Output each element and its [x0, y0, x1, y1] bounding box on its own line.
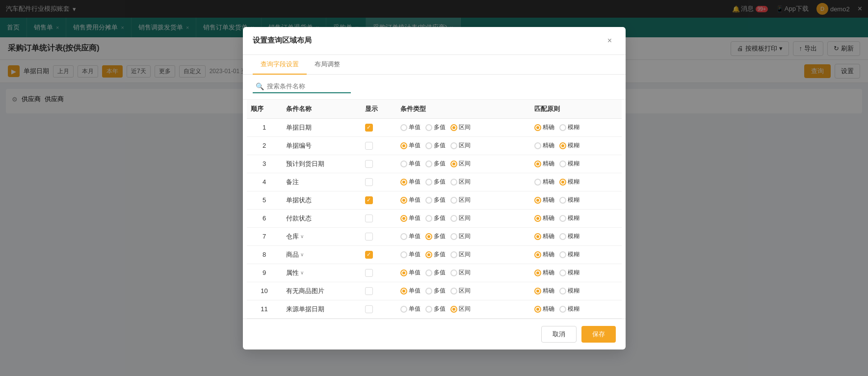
type-radio-多值[interactable]: 多值 — [425, 214, 446, 222]
type-radio-多值[interactable]: 多值 — [425, 141, 446, 150]
type-radio-单值[interactable]: 单值 — [400, 232, 421, 241]
display-checkbox[interactable] — [365, 178, 373, 186]
match-radio-精确[interactable]: 精确 — [534, 214, 554, 222]
type-radio-多值[interactable]: 多值 — [425, 123, 446, 132]
type-radio-多值[interactable]: 多值 — [425, 250, 446, 259]
radio-label: 模糊 — [568, 269, 579, 277]
cancel-button[interactable]: 取消 — [541, 326, 577, 343]
cell-order: 8 — [247, 245, 282, 264]
match-radio-模糊[interactable]: 模糊 — [559, 232, 579, 241]
match-radio-模糊[interactable]: 模糊 — [559, 305, 579, 313]
match-radio-精确[interactable]: 精确 — [534, 196, 554, 204]
table-row: 10有无商品图片单值多值区间精确模糊 — [247, 282, 622, 300]
type-radio-区间[interactable]: 区间 — [450, 214, 471, 222]
cell-type: 单值多值区间 — [396, 155, 530, 173]
radio-label: 模糊 — [568, 141, 579, 150]
match-radio-精确[interactable]: 精确 — [534, 232, 554, 241]
type-radio-单值[interactable]: 单值 — [400, 305, 421, 313]
dialog-tab-layout[interactable]: 布局调整 — [307, 55, 348, 75]
radio-circle — [450, 215, 457, 222]
th-match: 匹配原则 — [530, 100, 621, 119]
type-radio-区间[interactable]: 区间 — [450, 123, 471, 132]
match-radio-模糊[interactable]: 模糊 — [559, 196, 579, 204]
radio-circle — [400, 233, 407, 240]
search-input-wrap: 🔍 — [253, 81, 351, 93]
type-radio-多值[interactable]: 多值 — [425, 287, 446, 295]
type-radio-区间[interactable]: 区间 — [450, 287, 471, 295]
display-checkbox[interactable] — [365, 142, 373, 150]
type-radio-多值[interactable]: 多值 — [425, 305, 446, 313]
dialog-tab-query-fields[interactable]: 查询字段设置 — [253, 55, 307, 75]
type-radio-多值[interactable]: 多值 — [425, 196, 446, 204]
match-radio-模糊[interactable]: 模糊 — [559, 287, 579, 295]
radio-circle — [534, 124, 541, 131]
radio-label: 精确 — [543, 178, 554, 186]
type-radio-区间[interactable]: 区间 — [450, 178, 471, 186]
match-radio-精确[interactable]: 精确 — [534, 123, 554, 132]
type-radio-多值[interactable]: 多值 — [425, 178, 446, 186]
type-radio-单值[interactable]: 单值 — [400, 269, 421, 277]
radio-label: 模糊 — [568, 214, 579, 222]
type-radio-单值[interactable]: 单值 — [400, 141, 421, 150]
type-radio-单值[interactable]: 单值 — [400, 287, 421, 295]
display-checkbox[interactable] — [365, 233, 373, 241]
display-checkbox[interactable] — [365, 251, 373, 259]
match-radio-精确[interactable]: 精确 — [534, 250, 554, 259]
match-radio-模糊[interactable]: 模糊 — [559, 178, 579, 186]
match-radio-精确[interactable]: 精确 — [534, 141, 554, 150]
radio-circle — [400, 197, 407, 204]
search-input[interactable] — [267, 82, 341, 90]
display-checkbox[interactable] — [365, 305, 373, 313]
match-radio-模糊[interactable]: 模糊 — [559, 269, 579, 277]
type-radio-区间[interactable]: 区间 — [450, 141, 471, 150]
radio-circle — [400, 251, 407, 258]
type-radio-多值[interactable]: 多值 — [425, 232, 446, 241]
type-radio-单值[interactable]: 单值 — [400, 160, 421, 168]
type-radio-区间[interactable]: 区间 — [450, 305, 471, 313]
match-radio-模糊[interactable]: 模糊 — [559, 123, 579, 132]
type-radio-单值[interactable]: 单值 — [400, 196, 421, 204]
cell-order: 6 — [247, 209, 282, 227]
dialog-table: 顺序 条件名称 显示 条件类型 匹配原则 1单据日期单值多值区间精确模糊2单据编… — [247, 100, 622, 319]
match-radio-模糊[interactable]: 模糊 — [559, 141, 579, 150]
table-row: 5单据状态单值多值区间精确模糊 — [247, 191, 622, 209]
radio-circle — [450, 161, 457, 167]
display-checkbox[interactable] — [365, 215, 373, 222]
display-checkbox[interactable] — [365, 160, 373, 168]
match-radio-精确[interactable]: 精确 — [534, 178, 554, 186]
match-radio-精确[interactable]: 精确 — [534, 287, 554, 295]
radio-label: 区间 — [459, 287, 471, 295]
radio-label: 单值 — [409, 305, 421, 313]
match-radio-模糊[interactable]: 模糊 — [559, 160, 579, 168]
type-radio-区间[interactable]: 区间 — [450, 250, 471, 259]
type-radio-单值[interactable]: 单值 — [400, 123, 421, 132]
match-radio-精确[interactable]: 精确 — [534, 160, 554, 168]
type-radio-单值[interactable]: 单值 — [400, 214, 421, 222]
dialog-close-button[interactable]: × — [604, 35, 616, 47]
type-radio-区间[interactable]: 区间 — [450, 232, 471, 241]
save-button[interactable]: 保存 — [581, 326, 616, 343]
type-radio-区间[interactable]: 区间 — [450, 269, 471, 277]
type-radio-区间[interactable]: 区间 — [450, 160, 471, 168]
type-radio-单值[interactable]: 单值 — [400, 250, 421, 259]
type-radio-单值[interactable]: 单值 — [400, 178, 421, 186]
radio-label: 单值 — [409, 196, 421, 204]
match-radio-精确[interactable]: 精确 — [534, 269, 554, 277]
display-checkbox[interactable] — [365, 196, 373, 204]
radio-label: 模糊 — [568, 196, 579, 204]
radio-label: 单值 — [409, 141, 421, 150]
match-radio-精确[interactable]: 精确 — [534, 305, 554, 313]
match-radio-模糊[interactable]: 模糊 — [559, 214, 579, 222]
display-checkbox[interactable] — [365, 269, 373, 277]
display-checkbox[interactable] — [365, 287, 373, 295]
type-radio-多值[interactable]: 多值 — [425, 160, 446, 168]
chevron-down-icon: ∨ — [300, 252, 304, 257]
match-radio-模糊[interactable]: 模糊 — [559, 250, 579, 259]
radio-label: 精确 — [543, 250, 554, 259]
display-checkbox[interactable] — [365, 124, 373, 132]
radio-label: 单值 — [409, 178, 421, 186]
type-radio-多值[interactable]: 多值 — [425, 269, 446, 277]
radio-label: 区间 — [459, 214, 471, 222]
radio-label: 多值 — [434, 160, 446, 168]
type-radio-区间[interactable]: 区间 — [450, 196, 471, 204]
